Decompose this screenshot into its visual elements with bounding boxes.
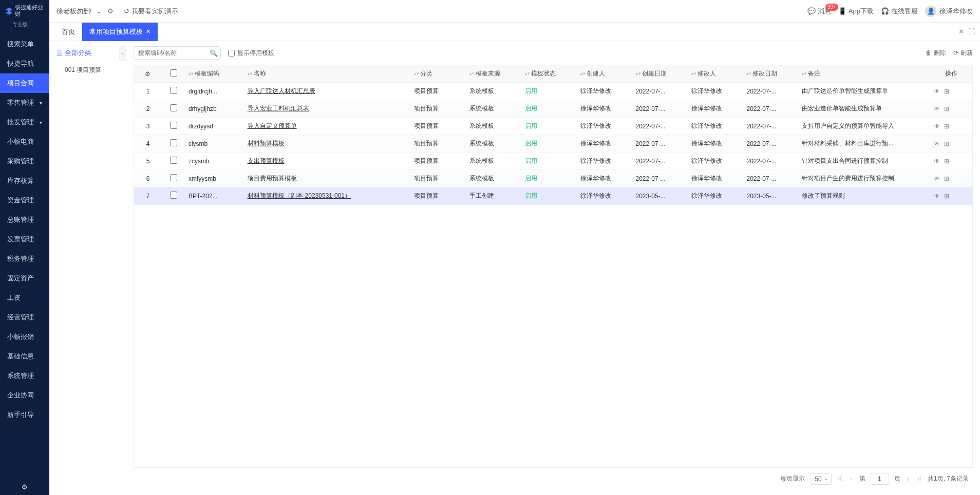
view-icon[interactable]: 👁 xyxy=(934,123,940,130)
demo-link[interactable]: ↺ 我要看实例演示 xyxy=(124,7,178,16)
more-icon[interactable]: ⊞ xyxy=(944,88,949,95)
col-create-date[interactable]: ▴▾创建日期 xyxy=(633,65,688,83)
col-gear[interactable]: ⚙ xyxy=(134,65,162,83)
sidebar-item-6[interactable]: 采购管理 xyxy=(0,151,49,171)
col-name[interactable]: ▴▾名称 xyxy=(244,65,411,83)
sidebar-item-16[interactable]: 基础信息 xyxy=(0,347,49,366)
table-row[interactable]: 3 drzdyysd 导入自定义预算单 项目预算 系统模板 启用 徐泽华修改 2… xyxy=(134,118,972,135)
cell-category: 项目预算 xyxy=(411,83,466,100)
sidebar-item-10[interactable]: 发票管理 xyxy=(0,230,49,249)
more-icon[interactable]: ⊞ xyxy=(944,158,949,165)
download-button[interactable]: 📱 App下载 xyxy=(838,7,874,16)
name-link[interactable]: 支出预算模板 xyxy=(248,157,285,164)
col-remark[interactable]: ▴▾备注 xyxy=(799,65,930,83)
col-source[interactable]: ▴▾模板来源 xyxy=(466,65,522,83)
col-creator[interactable]: ▴▾创建人 xyxy=(577,65,633,83)
sidebar-item-7[interactable]: 库存核算 xyxy=(0,171,49,191)
cell-code: drgldrcjh... xyxy=(185,83,244,100)
sidebar-item-14[interactable]: 经营管理 xyxy=(0,308,49,327)
delete-button[interactable]: 🗑 删除 xyxy=(926,49,946,58)
collapse-handle[interactable]: ‹ xyxy=(119,46,126,61)
row-checkbox[interactable] xyxy=(170,122,177,129)
name-link[interactable]: 项目费用预算模板 xyxy=(248,175,297,182)
sidebar-item-19[interactable]: 新手引导 xyxy=(0,405,49,425)
row-checkbox[interactable] xyxy=(170,192,177,199)
row-checkbox[interactable] xyxy=(170,104,177,111)
sidebar-item-8[interactable]: 资金管理 xyxy=(0,191,49,210)
settings-icon[interactable]: ⚙ xyxy=(107,7,114,15)
table-row[interactable]: 5 zcysmb 支出预算模板 项目预算 系统模板 启用 徐泽华修改 2022-… xyxy=(134,153,972,170)
sidebar-item-2[interactable]: 项目合同 xyxy=(0,73,49,93)
view-icon[interactable]: 👁 xyxy=(934,193,940,200)
table-row[interactable]: 4 clysmb 材料预算模板 项目预算 系统模板 启用 徐泽华修改 2022-… xyxy=(134,135,972,153)
more-icon[interactable]: ⊞ xyxy=(944,193,949,200)
prev-page-button[interactable]: ‹ xyxy=(849,475,854,483)
sidebar-item-1[interactable]: 快捷导航 xyxy=(0,54,49,73)
user-menu[interactable]: 👤 徐泽华修改 xyxy=(925,6,973,17)
table-row[interactable]: 6 xmfyysmb 项目费用预算模板 项目预算 系统模板 启用 徐泽华修改 2… xyxy=(134,170,972,187)
col-code[interactable]: ▴▾模板编码 xyxy=(185,65,244,83)
name-link[interactable]: 导入宏业工料机汇总表 xyxy=(248,105,309,112)
sidebar-item-4[interactable]: 批发管理▾ xyxy=(0,112,49,132)
more-icon[interactable]: ⊞ xyxy=(944,123,949,130)
cell-creator: 徐泽华修改 xyxy=(577,170,633,187)
col-modifier[interactable]: ▴▾修改人 xyxy=(688,65,744,83)
sidebar-item-15[interactable]: 小畅报销 xyxy=(0,327,49,347)
show-disabled-checkbox[interactable]: 显示停用模板 xyxy=(228,49,274,58)
select-all-checkbox[interactable] xyxy=(170,69,177,77)
search-icon[interactable]: 🔍 xyxy=(210,49,218,57)
sidebar-item-12[interactable]: 固定资产 xyxy=(0,269,49,288)
last-page-button[interactable]: ›I xyxy=(916,475,922,483)
fullscreen-icon[interactable]: ⛶ xyxy=(968,28,975,35)
name-link[interactable]: 导入自定义预算单 xyxy=(248,122,297,129)
name-link[interactable]: 导入广联达人材机汇总表 xyxy=(248,87,315,94)
col-checkbox[interactable] xyxy=(162,65,185,83)
page-input[interactable] xyxy=(871,473,889,485)
name-link[interactable]: 材料预算模板（副本-20230531-001） xyxy=(248,192,351,199)
refresh-button[interactable]: ⟳ 刷新 xyxy=(953,49,973,58)
row-checkbox[interactable] xyxy=(170,139,177,146)
sidebar-item-13[interactable]: 工资 xyxy=(0,288,49,308)
settings-button[interactable]: ⚙ xyxy=(0,479,49,495)
search-input[interactable] xyxy=(134,46,221,60)
view-icon[interactable]: 👁 xyxy=(934,105,940,112)
sidebar-item-3[interactable]: 零售管理▾ xyxy=(0,93,49,112)
row-checkbox[interactable] xyxy=(170,157,177,164)
view-icon[interactable]: 👁 xyxy=(934,158,940,165)
sidebar-item-9[interactable]: 总账管理 xyxy=(0,210,49,230)
tab-home[interactable]: 首页 xyxy=(54,23,82,41)
chevron-down-icon[interactable]: ⌄ xyxy=(96,8,101,15)
col-status[interactable]: ▴▾模板状态 xyxy=(522,65,577,83)
col-category[interactable]: ▴▾分类 xyxy=(411,65,466,83)
service-button[interactable]: 🎧 在线客服 xyxy=(881,7,918,16)
close-all-icon[interactable]: ✕ xyxy=(958,28,964,35)
sidebar-item-17[interactable]: 系统管理 xyxy=(0,366,49,386)
sidebar-item-11[interactable]: 税务管理 xyxy=(0,249,49,269)
next-page-button[interactable]: › xyxy=(906,475,911,483)
category-item[interactable]: 001 项目预算 xyxy=(49,63,126,78)
row-checkbox[interactable] xyxy=(170,174,177,181)
col-modify-date[interactable]: ▴▾修改日期 xyxy=(743,65,799,83)
table-row[interactable]: 1 drgldrcjh... 导入广联达人材机汇总表 项目预算 系统模板 启用 … xyxy=(134,83,972,100)
category-all[interactable]: ☰ 全部分类 xyxy=(49,46,126,63)
row-checkbox[interactable] xyxy=(170,87,177,94)
view-icon[interactable]: 👁 xyxy=(934,175,940,182)
first-page-button[interactable]: K xyxy=(837,475,844,483)
close-icon[interactable]: ✕ xyxy=(146,28,150,35)
view-icon[interactable]: 👁 xyxy=(934,88,940,95)
table-row[interactable]: 2 drhygljhzb 导入宏业工料机汇总表 项目预算 系统模板 启用 徐泽华… xyxy=(134,100,972,118)
name-link[interactable]: 材料预算模板 xyxy=(248,140,285,147)
more-icon[interactable]: ⊞ xyxy=(944,105,949,112)
message-button[interactable]: 💬 消息 99+ xyxy=(807,7,831,16)
per-page-select[interactable]: 50 xyxy=(810,473,831,485)
more-icon[interactable]: ⊞ xyxy=(944,140,949,147)
sidebar-item-0[interactable]: 搜索菜单 xyxy=(0,34,49,54)
view-icon[interactable]: 👁 xyxy=(934,140,940,147)
sidebar-item-18[interactable]: 企业协同 xyxy=(0,386,49,405)
more-icon[interactable]: ⊞ xyxy=(944,175,949,182)
table-row[interactable]: 7 BPT-202... 材料预算模板（副本-20230531-001） 项目预… xyxy=(134,187,972,205)
sidebar-item-5[interactable]: 小畅电商 xyxy=(0,132,49,151)
sidebar-item-label: 系统管理 xyxy=(7,371,34,380)
show-disabled-input[interactable] xyxy=(228,50,235,56)
tab-active[interactable]: 常用项目预算模板 ✕ xyxy=(82,23,158,41)
